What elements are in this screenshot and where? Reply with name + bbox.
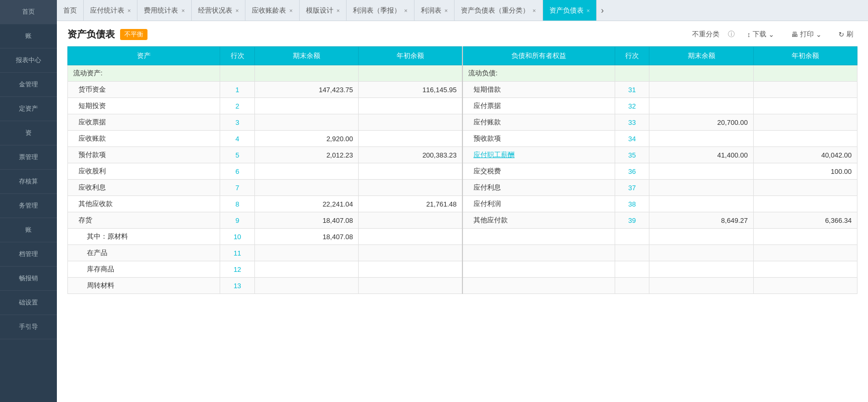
right-end-3: 20,700.00 bbox=[649, 114, 753, 131]
right-end-6 bbox=[649, 163, 753, 180]
sidebar-item-expense[interactable]: 畅报销 bbox=[0, 267, 57, 291]
tab-payable-stats[interactable]: 应付统计表 × bbox=[84, 0, 137, 21]
right-num-10 bbox=[615, 229, 649, 245]
left-end-2 bbox=[255, 98, 359, 114]
refresh-button[interactable]: ↻ 刷 bbox=[834, 27, 857, 41]
table-row: 库存商品 12 bbox=[68, 261, 857, 278]
table-row: 应收票据 3 应付账款 33 20,700.00 bbox=[68, 114, 857, 131]
right-start-13 bbox=[753, 278, 857, 294]
tab-balance-reclassified-close[interactable]: × bbox=[532, 7, 536, 14]
tab-profit-quarterly-close[interactable]: × bbox=[404, 7, 407, 14]
table-row: 其中：原材料 10 18,407.08 bbox=[68, 229, 857, 245]
right-end-8 bbox=[649, 196, 753, 212]
sidebar-item-home[interactable]: 首页 bbox=[0, 0, 57, 24]
right-start-5: 40,042.00 bbox=[753, 147, 857, 163]
th-asset: 资产 bbox=[68, 47, 220, 65]
tab-template-design-close[interactable]: × bbox=[337, 7, 340, 14]
table-row: 货币资金 1 147,423.75 116,145.95 短期借款 31 bbox=[68, 82, 857, 98]
table-row: 预付款项 5 2,012.23 200,383.23 应付职工薪酬 35 41,… bbox=[68, 147, 857, 163]
left-start-7 bbox=[359, 180, 462, 196]
print-button[interactable]: 🖶 打印 ⌄ bbox=[787, 27, 826, 41]
left-end-6 bbox=[255, 163, 359, 180]
right-name-4: 预收款项 bbox=[462, 131, 615, 147]
left-num-12: 12 bbox=[220, 261, 255, 278]
tab-home[interactable]: 首页 bbox=[57, 0, 84, 21]
tab-nav-right[interactable]: › bbox=[597, 0, 608, 21]
sidebar-item-invoice[interactable]: 票管理 bbox=[0, 145, 57, 170]
page-header: 资产负债表 不平衡 不重分类 ⓘ ↕ 下载 ⌄ 🖶 打印 ⌄ ↻ 刷 bbox=[57, 21, 868, 46]
download-button[interactable]: ↕ 下载 ⌄ bbox=[743, 27, 779, 41]
sidebar-item-inventory[interactable]: 存核算 bbox=[0, 170, 57, 194]
unbalanced-badge: 不平衡 bbox=[120, 29, 147, 40]
right-name-5[interactable]: 应付职工薪酬 bbox=[462, 147, 615, 163]
table-row: 在产品 11 bbox=[68, 245, 857, 261]
tab-balance-reclassified[interactable]: 资产负债表（重分类） × bbox=[455, 0, 542, 21]
sidebar-item-guide[interactable]: 手引导 bbox=[0, 315, 57, 339]
right-start-6: 100.00 bbox=[753, 163, 857, 180]
sidebar-item-ledger[interactable]: 账 bbox=[0, 218, 57, 242]
tab-template-design[interactable]: 模版设计 × bbox=[300, 0, 347, 21]
print-chevron-icon: ⌄ bbox=[816, 31, 822, 38]
download-icon: ↕ bbox=[747, 31, 751, 38]
tab-payable-stats-label: 应付统计表 bbox=[90, 6, 124, 15]
left-num-8: 8 bbox=[220, 196, 255, 212]
left-num-3: 3 bbox=[220, 114, 255, 131]
th-liability: 负债和所有者权益 bbox=[462, 47, 615, 65]
tab-profit-close[interactable]: × bbox=[445, 7, 448, 14]
left-start-13 bbox=[359, 278, 462, 294]
right-start-7 bbox=[753, 180, 857, 196]
tab-operations-close[interactable]: × bbox=[235, 7, 239, 14]
page-title: 资产负债表 bbox=[67, 28, 115, 41]
table-row: 其他应收款 8 22,241.04 21,761.48 应付利润 38 bbox=[68, 196, 857, 212]
section-left-end bbox=[255, 65, 359, 82]
section-left-num bbox=[220, 65, 255, 82]
tab-aging[interactable]: 应收账龄表 × bbox=[245, 0, 299, 21]
sidebar-item-reports[interactable]: 报表中心 bbox=[0, 48, 57, 73]
section-left-start bbox=[359, 65, 462, 82]
right-name-13 bbox=[462, 278, 615, 294]
tab-profit-quarterly[interactable]: 利润表（季报） × bbox=[347, 0, 414, 21]
tab-balance[interactable]: 资产负债表 × bbox=[543, 0, 597, 21]
tab-balance-close[interactable]: × bbox=[587, 7, 590, 14]
sidebar-item-investment[interactable]: 资 bbox=[0, 121, 57, 145]
sidebar-item-fixed-assets[interactable]: 定资产 bbox=[0, 97, 57, 121]
right-start-8 bbox=[753, 196, 857, 212]
th-start-balance-right: 年初余额 bbox=[753, 47, 857, 65]
balance-sheet-table-container: 资产 行次 期末余额 年初余额 负债和所有者权益 行次 期末余额 年初余额 流动… bbox=[57, 46, 868, 305]
th-start-balance-left: 年初余额 bbox=[359, 47, 462, 65]
right-end-2 bbox=[649, 98, 753, 114]
left-end-12 bbox=[255, 261, 359, 278]
sidebar-item-settings[interactable]: 础设置 bbox=[0, 291, 57, 315]
left-num-11: 11 bbox=[220, 245, 255, 261]
left-num-4: 4 bbox=[220, 131, 255, 147]
right-start-4 bbox=[753, 131, 857, 147]
tab-operations[interactable]: 经营状况表 × bbox=[192, 0, 245, 21]
tab-aging-close[interactable]: × bbox=[289, 7, 292, 14]
tab-template-design-label: 模版设计 bbox=[306, 6, 333, 15]
section-right-label: 流动负债: bbox=[462, 65, 615, 82]
table-row: 存货 9 18,407.08 其他应付款 39 8,649.27 6,366.3… bbox=[68, 212, 857, 229]
tab-expense-stats-close[interactable]: × bbox=[181, 7, 184, 14]
left-num-13: 13 bbox=[220, 278, 255, 294]
tab-expense-stats[interactable]: 费用统计表 × bbox=[137, 0, 191, 21]
sidebar-item-account[interactable]: 账 bbox=[0, 24, 57, 48]
tab-operations-label: 经营状况表 bbox=[198, 6, 232, 15]
sidebar-item-archive[interactable]: 档管理 bbox=[0, 242, 57, 267]
tab-payable-stats-close[interactable]: × bbox=[127, 7, 131, 14]
left-end-8: 22,241.04 bbox=[255, 196, 359, 212]
tab-profit[interactable]: 利润表 × bbox=[415, 0, 455, 21]
left-start-9 bbox=[359, 212, 462, 229]
left-start-3 bbox=[359, 114, 462, 131]
left-start-8: 21,761.48 bbox=[359, 196, 462, 212]
help-icon[interactable]: ⓘ bbox=[728, 30, 735, 39]
balance-sheet-table: 资产 行次 期末余额 年初余额 负债和所有者权益 行次 期末余额 年初余额 流动… bbox=[67, 46, 857, 294]
table-row: 短期投资 2 应付票据 32 bbox=[68, 98, 857, 114]
right-name-3: 应付账款 bbox=[462, 114, 615, 131]
sidebar-item-affairs[interactable]: 务管理 bbox=[0, 194, 57, 218]
right-num-3: 33 bbox=[615, 114, 649, 131]
right-end-12 bbox=[649, 261, 753, 278]
left-num-5: 5 bbox=[220, 147, 255, 163]
left-name-8: 其他应收款 bbox=[68, 196, 220, 212]
left-end-3 bbox=[255, 114, 359, 131]
sidebar-item-cash[interactable]: 金管理 bbox=[0, 73, 57, 97]
